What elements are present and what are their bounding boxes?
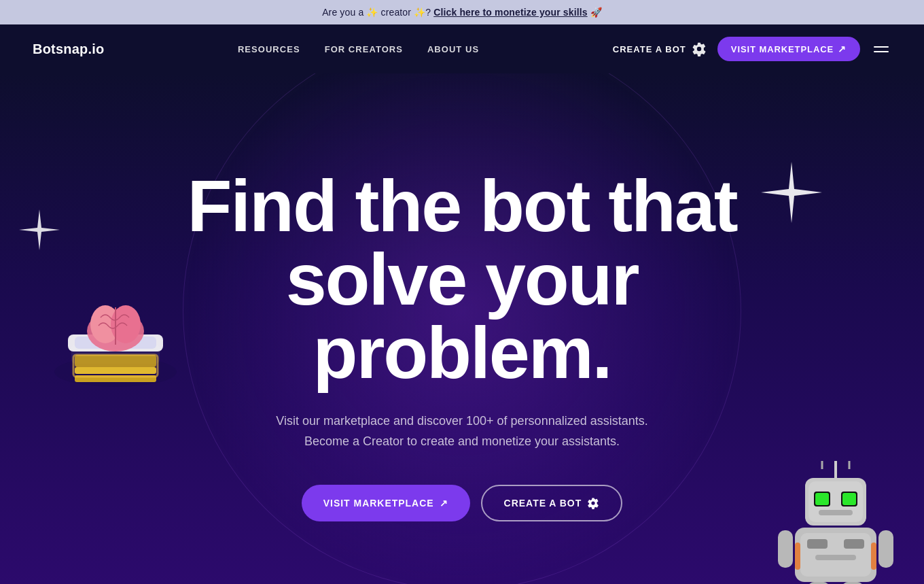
hero-title-line3: problem. bbox=[313, 311, 611, 394]
header: Botsnap.io RESOURCES FOR CREATORS ABOUT … bbox=[0, 24, 924, 73]
hero-title-line2: solve your bbox=[286, 238, 639, 320]
svg-rect-26 bbox=[815, 555, 856, 560]
create-bot-gear-icon bbox=[587, 497, 599, 509]
svg-rect-19 bbox=[841, 492, 857, 506]
svg-rect-15 bbox=[805, 478, 866, 526]
hero-title-line1: Find the bot that bbox=[187, 165, 736, 247]
svg-rect-5 bbox=[73, 355, 158, 377]
hero-title: Find the bot that solve your problem. bbox=[187, 169, 736, 390]
svg-rect-23 bbox=[800, 533, 871, 577]
header-right: CREATE A BOT VISIT MARKETPLACE ↗ bbox=[613, 37, 891, 61]
svg-point-8 bbox=[87, 311, 144, 351]
sparkle-right-icon bbox=[761, 162, 822, 223]
create-bot-hero-button[interactable]: CREATE A BOT bbox=[481, 485, 623, 521]
svg-rect-32 bbox=[871, 543, 876, 570]
svg-rect-4 bbox=[75, 375, 156, 382]
hamburger-line-1 bbox=[874, 46, 889, 48]
svg-point-0 bbox=[54, 357, 177, 387]
visit-marketplace-header-label: VISIT MARKETPLACE bbox=[731, 44, 834, 54]
gear-icon bbox=[692, 41, 707, 56]
svg-rect-31 bbox=[795, 543, 800, 570]
visit-marketplace-header-button[interactable]: VISIT MARKETPLACE ↗ bbox=[717, 37, 860, 61]
marketplace-arrow-icon: ↗ bbox=[440, 498, 448, 509]
svg-rect-28 bbox=[878, 530, 893, 568]
svg-rect-27 bbox=[778, 530, 793, 568]
svg-rect-25 bbox=[844, 539, 864, 549]
nav: RESOURCES FOR CREATORS ABOUT US bbox=[238, 44, 479, 54]
svg-rect-7 bbox=[75, 337, 156, 349]
svg-rect-16 bbox=[808, 481, 863, 522]
svg-rect-22 bbox=[795, 528, 876, 582]
brain-device-illustration bbox=[41, 256, 190, 406]
svg-rect-1 bbox=[71, 345, 160, 364]
hero-section: Find the bot that solve your problem. Vi… bbox=[0, 73, 924, 584]
svg-rect-2 bbox=[75, 355, 156, 367]
svg-rect-21 bbox=[819, 510, 853, 515]
top-banner: Are you a ✨ creator ✨? Click here to mon… bbox=[0, 0, 924, 24]
sparkle-left-icon bbox=[19, 209, 60, 250]
nav-about-us[interactable]: ABOUT US bbox=[427, 44, 479, 54]
svg-rect-17 bbox=[814, 492, 830, 506]
create-bot-hero-label: CREATE A BOT bbox=[504, 498, 582, 509]
banner-link[interactable]: Click here to monetize your skills bbox=[433, 7, 588, 18]
svg-point-9 bbox=[90, 305, 120, 343]
hero-subtitle-line2: Become a Creator to create and monetize … bbox=[304, 434, 620, 448]
create-bot-header-label: CREATE A BOT bbox=[613, 44, 686, 54]
hamburger-line-2 bbox=[874, 51, 889, 52]
banner-text-before: Are you a ✨ creator ✨? bbox=[322, 7, 433, 18]
svg-rect-24 bbox=[807, 539, 828, 549]
svg-rect-20 bbox=[842, 493, 856, 505]
svg-rect-18 bbox=[815, 493, 829, 505]
nav-for-creators[interactable]: FOR CREATORS bbox=[325, 44, 403, 54]
robot-illustration bbox=[775, 454, 897, 584]
hero-subtitle: Visit our marketplace and discover 100+ … bbox=[276, 411, 647, 451]
visit-marketplace-hero-button[interactable]: VISIT MARKETPLACE ↗ bbox=[302, 485, 470, 521]
visit-marketplace-hero-label: VISIT MARKETPLACE bbox=[323, 498, 434, 509]
logo[interactable]: Botsnap.io bbox=[33, 41, 104, 57]
nav-resources[interactable]: RESOURCES bbox=[238, 44, 300, 54]
banner-text-after: 🚀 bbox=[588, 7, 602, 18]
create-bot-header-button[interactable]: CREATE A BOT bbox=[613, 41, 707, 56]
hero-subtitle-line1: Visit our marketplace and discover 100+ … bbox=[276, 414, 647, 428]
hamburger-menu[interactable] bbox=[871, 44, 891, 55]
arrow-up-right-icon: ↗ bbox=[838, 44, 847, 54]
svg-rect-3 bbox=[75, 367, 156, 374]
svg-point-10 bbox=[111, 305, 141, 343]
hero-buttons: VISIT MARKETPLACE ↗ CREATE A BOT bbox=[302, 485, 623, 521]
svg-rect-6 bbox=[68, 334, 163, 351]
